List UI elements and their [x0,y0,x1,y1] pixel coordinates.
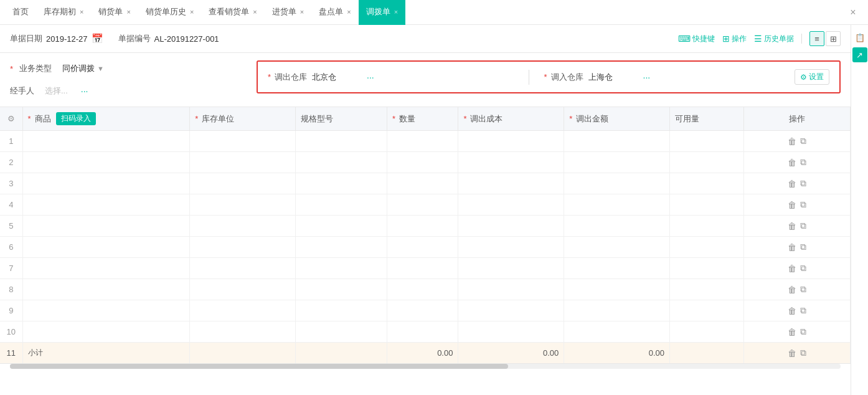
shortcuts-btn[interactable]: ⌨ 快捷键 [678,34,715,44]
cell-available[interactable] [670,321,744,343]
cell-product[interactable] [22,321,190,343]
cell-qty[interactable] [387,279,458,300]
scan-button[interactable]: 扫码录入 [56,112,96,125]
cell-qty[interactable] [387,173,458,194]
copy-icon[interactable]: ⧉ [800,157,806,168]
tab-close-sales-order[interactable]: × [126,8,130,16]
copy-icon[interactable]: ⧉ [800,305,806,316]
cell-available[interactable] [670,237,744,258]
cell-product[interactable] [22,194,190,216]
cell-qty[interactable] [387,258,458,279]
cell-spec[interactable] [295,237,387,258]
copy-icon[interactable]: ⧉ [800,263,806,274]
cell-qty[interactable] [387,321,458,343]
cell-product[interactable] [22,131,190,152]
in-warehouse-more-btn[interactable]: ··· [643,72,651,82]
delete-icon[interactable]: 🗑 [788,221,796,231]
tab-transfer[interactable]: 调拨单 × [359,0,405,25]
tab-close-inventory-init[interactable]: × [80,8,83,16]
cell-available[interactable] [670,173,744,194]
cell-spec[interactable] [295,173,387,194]
tab-close-purchase-order[interactable]: × [300,8,304,16]
cell-amount[interactable] [564,131,670,152]
cell-cost[interactable] [458,258,564,279]
settings-button[interactable]: ⚙ 设置 [795,69,829,85]
cell-amount[interactable] [564,300,670,321]
delete-icon[interactable]: 🗑 [788,348,796,358]
cell-spec[interactable] [295,194,387,216]
cell-available[interactable] [670,194,744,216]
cell-spec[interactable] [295,321,387,343]
cell-amount[interactable] [564,216,670,237]
cell-cost[interactable] [458,194,564,216]
business-type-select[interactable]: 同价调拨 ▼ [57,60,110,77]
cell-spec[interactable] [295,300,387,321]
operations-btn[interactable]: ⊞ 操作 [722,34,747,44]
handler-select[interactable]: 选择... [39,83,73,99]
delete-icon[interactable]: 🗑 [788,136,796,146]
cell-unit[interactable] [190,258,296,279]
cell-unit[interactable] [190,194,296,216]
cell-spec[interactable] [295,152,387,173]
delete-icon[interactable]: 🗑 [788,327,796,337]
cell-spec[interactable] [295,216,387,237]
cell-qty[interactable] [387,152,458,173]
copy-icon[interactable]: ⧉ [800,242,806,252]
cell-available[interactable] [670,258,744,279]
sidebar-doc-icon[interactable]: 📋 [852,30,867,45]
window-close-button[interactable]: × [843,2,863,22]
tab-sales-order[interactable]: 销货单 × [91,0,138,25]
cell-unit[interactable] [190,216,296,237]
out-warehouse-more-btn[interactable]: ··· [367,72,374,82]
delete-icon[interactable]: 🗑 [788,285,796,295]
delete-icon[interactable]: 🗑 [788,158,796,168]
cell-available[interactable] [670,216,744,237]
cell-qty[interactable] [387,216,458,237]
cell-spec[interactable] [295,131,387,152]
delete-icon[interactable]: 🗑 [788,200,796,210]
tab-purchase-order[interactable]: 进货单 × [265,0,311,25]
cell-product[interactable] [22,216,190,237]
tab-close-sales-history[interactable]: × [190,8,194,16]
copy-icon[interactable]: ⧉ [800,178,806,189]
cell-cost[interactable] [458,216,564,237]
cell-unit[interactable] [190,173,296,194]
cell-amount[interactable] [564,173,670,194]
cell-product[interactable] [22,258,190,279]
layout-grid-btn[interactable]: ⊞ [826,31,841,46]
cell-product[interactable] [22,279,190,300]
cell-amount[interactable] [564,194,670,216]
tab-view-sales[interactable]: 查看销货单 × [201,0,264,25]
cell-amount[interactable] [564,279,670,300]
copy-icon[interactable]: ⧉ [800,221,806,231]
cell-qty[interactable] [387,131,458,152]
cell-amount[interactable] [564,152,670,173]
tab-close-view-sales[interactable]: × [253,8,257,16]
cell-amount[interactable] [564,321,670,343]
cell-cost[interactable] [458,300,564,321]
cell-amount[interactable] [564,237,670,258]
cell-available[interactable] [670,131,744,152]
copy-icon[interactable]: ⧉ [800,199,806,210]
cell-cost[interactable] [458,152,564,173]
cell-unit[interactable] [190,152,296,173]
sidebar-export-icon[interactable]: ↗ [852,47,867,62]
cell-cost[interactable] [458,237,564,258]
cell-product[interactable] [22,152,190,173]
tab-inventory-init[interactable]: 库存期初 × [36,0,91,25]
cell-unit[interactable] [190,237,296,258]
cell-unit[interactable] [190,131,296,152]
delete-icon[interactable]: 🗑 [788,179,796,189]
delete-icon[interactable]: 🗑 [788,264,796,274]
cell-cost[interactable] [458,131,564,152]
horizontal-scrollbar[interactable] [10,364,841,369]
cell-product[interactable] [22,237,190,258]
cell-available[interactable] [670,152,744,173]
tab-sales-history[interactable]: 销货单历史 × [138,0,201,25]
tab-close-inventory-check[interactable]: × [347,8,351,16]
layout-list-btn[interactable]: ≡ [809,31,824,46]
tab-inventory-check[interactable]: 盘点单 × [311,0,358,25]
cell-available[interactable] [670,279,744,300]
cell-unit[interactable] [190,279,296,300]
cell-available[interactable] [670,300,744,321]
